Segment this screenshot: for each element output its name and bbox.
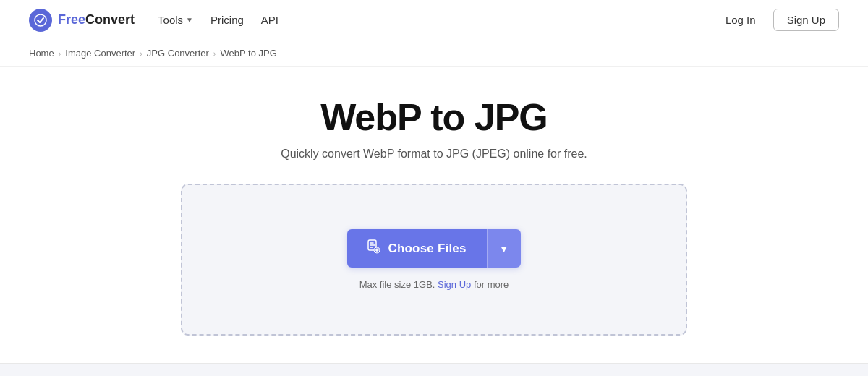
signup-link[interactable]: Sign Up xyxy=(438,279,471,290)
page-subtitle: Quickly convert WebP format to JPG (JPEG… xyxy=(281,148,587,161)
file-size-note: Max file size 1GB. Sign Up for more xyxy=(359,279,509,290)
file-icon xyxy=(367,239,380,257)
breadcrumb-sep-3: › xyxy=(213,49,216,58)
signup-button[interactable]: Sign Up xyxy=(773,9,839,31)
breadcrumb-image-converter[interactable]: Image Converter xyxy=(65,48,135,59)
choose-files-row: Choose Files ▼ xyxy=(347,229,520,268)
breadcrumb-current: WebP to JPG xyxy=(221,48,277,59)
logo-icon xyxy=(29,9,52,32)
drop-zone[interactable]: Choose Files ▼ Max file size 1GB. Sign U… xyxy=(181,184,687,336)
breadcrumb-home[interactable]: Home xyxy=(29,48,54,59)
navbar-right: Log In Sign Up xyxy=(717,9,839,31)
svg-point-0 xyxy=(35,14,46,26)
breadcrumb: Home › Image Converter › JPG Converter ›… xyxy=(0,40,868,67)
nav-tools[interactable]: Tools ▼ xyxy=(158,14,193,26)
logo[interactable]: FreeConvert xyxy=(29,9,135,32)
breadcrumb-sep-1: › xyxy=(59,49,61,58)
choose-files-label: Choose Files xyxy=(388,242,466,256)
nav-links: Tools ▼ Pricing API xyxy=(158,14,278,26)
login-button[interactable]: Log In xyxy=(717,9,765,30)
breadcrumb-jpg-converter[interactable]: JPG Converter xyxy=(147,48,209,59)
logo-text: FreeConvert xyxy=(58,12,135,27)
navbar: FreeConvert Tools ▼ Pricing API Log In S… xyxy=(0,0,868,40)
dropdown-button[interactable]: ▼ xyxy=(487,229,521,268)
breadcrumb-sep-2: › xyxy=(140,49,142,58)
nav-api[interactable]: API xyxy=(261,14,278,26)
page-title: WebP to JPG xyxy=(320,95,548,139)
chevron-down-icon: ▼ xyxy=(499,243,509,255)
chevron-down-icon: ▼ xyxy=(186,16,193,24)
choose-files-button[interactable]: Choose Files xyxy=(347,229,486,268)
nav-pricing[interactable]: Pricing xyxy=(210,14,244,26)
main-content: WebP to JPG Quickly convert WebP format … xyxy=(0,67,868,336)
navbar-left: FreeConvert Tools ▼ Pricing API xyxy=(29,9,278,32)
bottom-strip xyxy=(0,363,868,376)
